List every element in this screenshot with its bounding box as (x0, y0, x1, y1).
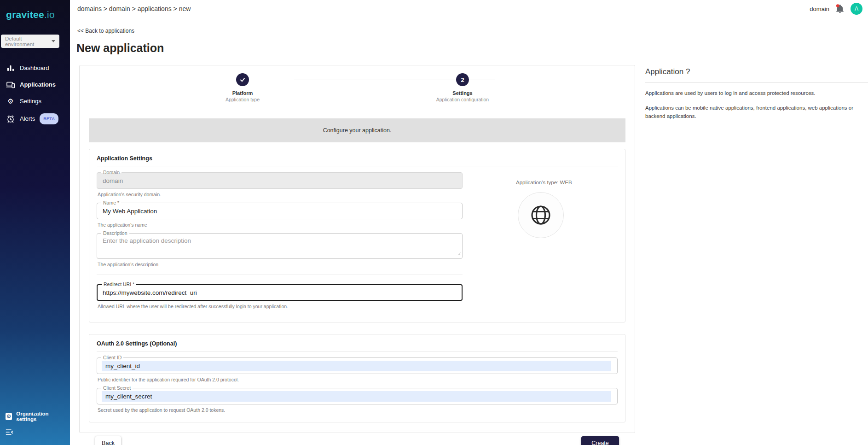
back-to-applications-link[interactable]: << Back to applications (77, 28, 134, 34)
globe-icon (530, 204, 552, 226)
description-input[interactable] (103, 237, 457, 256)
description-hint: The application's description (98, 262, 463, 267)
divider (97, 275, 463, 275)
sidebar-item-dashboard[interactable]: Dashboard (0, 60, 70, 76)
step-sublabel: Application configuration (421, 97, 504, 102)
alarm-clock-icon (6, 114, 15, 123)
create-button[interactable]: Create (581, 436, 619, 445)
sidebar-item-applications[interactable]: Applications (0, 76, 70, 93)
name-field: Name * (97, 203, 463, 219)
stepper: Platform Application type 2 Settings App… (80, 65, 635, 111)
domain-field: Domain (97, 172, 463, 189)
client-secret-hint: Secret used by the application to reques… (98, 407, 618, 413)
client-secret-input[interactable] (102, 391, 611, 402)
name-field-label: Name * (101, 200, 121, 205)
sidebar-item-settings[interactable]: ⚙ Settings (0, 93, 70, 110)
client-secret-field-label: Client Secret (101, 386, 133, 391)
application-settings-card: Application Settings Domain Application'… (89, 149, 625, 322)
environment-select-value: Default environment (5, 36, 52, 47)
divider (645, 82, 868, 83)
redirect-uri-field-label: Redirect URI * (102, 282, 136, 287)
oauth-settings-card: OAuth 2.0 Settings (Optional) Client ID … (89, 334, 625, 422)
chevron-down-icon (52, 40, 55, 42)
environment-select[interactable]: Default environment (1, 35, 59, 48)
breadcrumb[interactable]: domains > domain > applications > new (77, 5, 191, 12)
application-type-label: Application's type: WEB (516, 180, 608, 185)
help-panel-title: Application ? (645, 67, 861, 76)
sidebar-item-label: Settings (20, 97, 41, 105)
beta-badge: BETA (40, 113, 58, 124)
sidebar-item-alerts[interactable]: Alerts BETA (0, 110, 70, 128)
avatar-letter: A (855, 6, 858, 12)
redirect-uri-field: Redirect URI * (97, 284, 463, 301)
step-label: Settings (421, 90, 504, 96)
topbar-right: domain A (810, 3, 862, 15)
collapse-sidebar-button[interactable] (0, 426, 70, 442)
redirect-uri-hint: Allowed URL where the user will be redir… (98, 304, 463, 309)
sidebar-item-label: Applications (20, 81, 56, 89)
domain-hint: Application's security domain. (98, 192, 463, 197)
client-id-hint: Public identifier for the application re… (98, 377, 618, 382)
org-gear-icon: ⚙ (6, 413, 12, 420)
organization-settings-button[interactable]: ⚙ Organization settings (0, 407, 70, 426)
logo-suffix: .io (44, 9, 55, 20)
notifications-bell-icon[interactable] (835, 4, 845, 14)
sidebar-item-label: Alerts (20, 115, 35, 123)
sidebar: gravitee.io Default environment Dashboar… (0, 0, 70, 445)
top-bar: domains > domain > applications > new do… (70, 0, 868, 18)
client-id-field: Client ID (97, 357, 618, 374)
sidebar-menu: Dashboard Applications ⚙ Settings Alerts… (0, 60, 70, 128)
name-input[interactable] (103, 208, 457, 215)
domain-field-label: Domain (101, 170, 122, 175)
organization-settings-label: Organization settings (16, 411, 64, 422)
user-avatar[interactable]: A (851, 3, 862, 15)
help-paragraph: Applications can be mobile native applic… (645, 104, 865, 121)
redirect-uri-input[interactable] (103, 289, 457, 296)
oauth-settings-title: OAuth 2.0 Settings (Optional) (89, 334, 625, 351)
description-field: Description (97, 233, 463, 259)
back-button[interactable]: Back (95, 436, 121, 445)
client-id-field-label: Client ID (101, 355, 123, 360)
collapse-menu-icon (6, 428, 13, 436)
sidebar-item-label: Dashboard (20, 64, 49, 72)
resize-handle-icon[interactable] (457, 249, 461, 257)
configure-banner: Configure your application. (89, 118, 625, 142)
name-hint: The application's name (98, 222, 463, 228)
gear-icon: ⚙ (6, 97, 15, 106)
account-domain-label: domain (810, 6, 829, 12)
bar-chart-icon (6, 64, 15, 73)
web-type-circle (518, 192, 564, 238)
step-done-check-icon (236, 73, 249, 86)
devices-icon (6, 80, 15, 89)
logo-text: gravitee (6, 9, 44, 20)
application-settings-title: Application Settings (89, 149, 625, 166)
help-panel: Application ? Applications are used by u… (645, 67, 868, 120)
stepper-step-platform[interactable]: Platform Application type (201, 73, 284, 102)
client-secret-field: Client Secret (97, 388, 618, 404)
client-id-input[interactable] (102, 361, 611, 371)
step-label: Platform (201, 90, 284, 96)
step-sublabel: Application type (201, 97, 284, 102)
stepper-step-settings[interactable]: 2 Settings Application configuration (421, 73, 504, 102)
help-paragraph: Applications are used by users to log in… (645, 89, 865, 98)
application-type-panel: Application's type: WEB (516, 180, 608, 238)
page-title: New application (76, 41, 164, 55)
domain-input (103, 177, 457, 184)
gravitee-logo[interactable]: gravitee.io (0, 0, 70, 20)
wizard-footer: Back Create (89, 431, 625, 445)
description-field-label: Description (101, 231, 129, 236)
new-application-wizard-card: Platform Application type 2 Settings App… (79, 65, 635, 433)
sidebar-footer: ⚙ Organization settings (0, 407, 70, 442)
step-number-badge: 2 (456, 73, 469, 86)
